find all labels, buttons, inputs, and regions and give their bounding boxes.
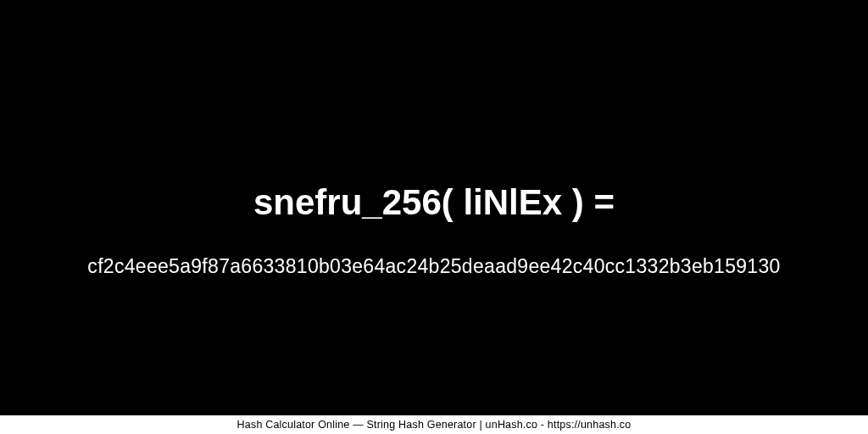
hash-result-value: cf2c4eee5a9f87a6633810b03e64ac24b25deaad… bbox=[87, 255, 780, 278]
footer-bar: Hash Calculator Online — String Hash Gen… bbox=[0, 415, 868, 434]
footer-text: Hash Calculator Online — String Hash Gen… bbox=[237, 419, 632, 431]
main-content: snefru_256( liNlEx ) = cf2c4eee5a9f87a66… bbox=[87, 182, 780, 278]
hash-expression-heading: snefru_256( liNlEx ) = bbox=[253, 182, 615, 223]
